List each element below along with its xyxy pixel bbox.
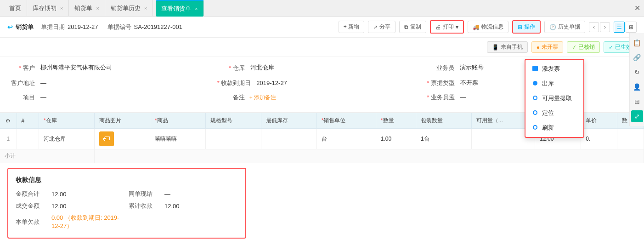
share-icon: ↗ [373,24,378,30]
row-qty: 1.00 [376,129,416,149]
doc-header: ↩ 销货单 单据日期 2019-12-27 单据编号 SA-20191227-0… [0,17,644,38]
tab-view-sales[interactable]: 查看销货单 × [156,0,203,17]
warehouse-field: 仓库 河北仓库 [217,63,427,73]
doc-no-field: 单据编号 SA-20191227-001 [107,23,183,31]
sidebar-link-icon[interactable]: 🔗 [631,51,643,63]
dropdown-item-refresh[interactable]: 刷新 [525,120,583,135]
note-field: 备注 + 添加备注 [217,93,427,102]
th-product-img: 商品图片 [94,113,150,129]
main-content: ↩ 销货单 单据日期 2019-12-27 单据编号 SA-20191227-0… [0,17,644,245]
doc-no-value: SA-20191227-001 [134,23,183,30]
sidebar-notes-icon[interactable]: 📋 [631,37,643,49]
payment-total-row: 金额合计 12.00 [16,190,125,198]
customer-field: 客户 柳州粤港平安气体有限公司 [7,63,217,73]
not-open-badge[interactable]: ● 未开票 [531,41,563,53]
tab-view-sales-close[interactable]: × [195,6,198,11]
payment-date-label: 收款到期日 [217,79,251,87]
tab-inventory-init[interactable]: 库存期初 × [27,0,69,17]
th-qty: *数量 [376,113,416,129]
nav-next[interactable]: › [600,22,610,32]
operation-button[interactable]: ⊞ 操作 [512,20,541,34]
sidebar-user-icon[interactable]: 👤 [631,81,643,93]
tab-sales-order[interactable]: 销货单 × [69,0,105,17]
project-label: 项目 [7,93,35,102]
th-gear[interactable]: ⚙ [0,113,17,129]
from-phone-badge[interactable]: 📱 来自手机 [487,41,528,53]
invoice-dot: ● [537,44,540,51]
warehouse-label: 仓库 [217,64,245,72]
subtotal-label: 小计 [0,149,94,163]
payment-total-value: 12.00 [51,191,67,198]
copy-button[interactable]: ⧉ 复制 [399,21,426,33]
th-num: # [17,113,39,129]
sidebar-refresh-icon[interactable]: ↻ [631,66,643,78]
project-field: 项目 — [7,93,217,102]
tab-sales-order-close[interactable]: × [96,6,99,11]
share-button[interactable]: ↗ 分享 [368,21,395,33]
project-value: — [39,93,48,102]
row-seq [17,129,39,149]
payment-due-label: 本单欠款 [16,218,48,226]
th-min-stock: 最低库存 [261,113,316,129]
payment-due-row: 本单欠款 0.00 （收款到期日: 2019-12-27） [16,214,125,230]
row-warehouse: 河北仓库 [39,129,95,149]
address-field: 客户地址 — [7,79,217,88]
invoice-label: 票据类型 [427,79,455,87]
confirmed-badge[interactable]: ✓ 已核销 [567,41,600,53]
address-label: 客户地址 [7,79,35,87]
th-spec: 规格型号 [205,113,261,129]
new-button[interactable]: + 新增 [339,21,364,33]
tab-sales-history[interactable]: 销货单历史 × [105,0,153,17]
dropdown-item-out-stock[interactable]: 出库 [525,76,583,91]
right-sidebar: 📋 🔗 ↻ 👤 ⊞ ⤢ [629,33,644,126]
add-note-button[interactable]: + 添加备注 [249,94,276,102]
logistics-button[interactable]: 🚚 物流信息 [468,21,508,33]
window-close-button[interactable]: ✕ [634,4,640,12]
dropdown-item-available-qty[interactable]: 可用量提取 [525,91,583,106]
status-row: 📱 来自手机 ● 未开票 ✓ 已核销 ✓ 已生效 [0,38,644,57]
row-pkg-qty: 1台 [416,129,471,149]
dropdown-item-position[interactable]: 定位 [525,106,583,120]
refresh-dropdown-icon [532,125,538,131]
view-list[interactable]: ☰ [614,22,625,33]
sidebar-expand-icon[interactable]: ⤢ [631,110,643,122]
nav-prev[interactable]: ‹ [589,22,599,32]
operation-icon: ⊞ [518,24,522,30]
add-invoice-icon [532,66,538,73]
doc-meta: 单据日期 2019-12-27 单据编号 SA-20191227-001 [41,23,182,31]
sidebar-table-icon[interactable]: ⊞ [631,96,643,108]
product-image: 🏷 [99,131,114,146]
doc-type-label: 销货单 [16,23,34,31]
th-unit-price: 单价 [581,113,617,129]
position-icon [532,110,538,116]
note-label: 备注 [217,93,245,102]
tab-sales-history-close[interactable]: × [144,6,147,11]
row-product-img: 🏷 [94,129,150,149]
payment-date-field: 收款到期日 2019-12-27 [217,79,427,88]
dropdown-item-add-invoice[interactable]: 添发票 [525,62,583,76]
subtotal-values [94,149,644,163]
out-stock-icon [532,80,538,87]
check-icon: ✓ [572,44,576,51]
payment-section: 收款信息 金额合计 12.00 同单现结 — 成交金额 12.00 累计收款 1… [7,168,246,239]
th-product: *商品 [150,113,205,129]
customer-label: 客户 [7,64,35,72]
doc-no-label: 单据编号 [107,23,131,31]
tab-home[interactable]: 首页 [4,0,27,17]
view-grid[interactable]: ⊞ [626,22,637,33]
payment-due-value: 0.00 （收款到期日: 2019-12-27） [51,214,125,230]
staff-label: 业务员 [427,64,454,72]
payment-title: 收款信息 [16,176,238,184]
tab-inventory-init-close[interactable]: × [60,6,63,11]
customer-value: 柳州粤港平安气体有限公司 [39,63,114,73]
payment-deal-value: 12.00 [51,203,67,210]
row-spec [205,129,261,149]
doc-title: ↩ 销货单 [7,23,34,31]
operation-dropdown: 添发票 出库 可用量提取 定位 刷新 [525,59,584,138]
history-button[interactable]: 🕐 历史单据 [544,21,585,33]
row-min-stock [261,129,316,149]
print-button[interactable]: 🖨 打印 ▾ [430,20,464,34]
print-icon: 🖨 [435,24,441,30]
subtotal-row: 小计 [0,149,644,163]
payment-cumulative-row: 累计收款 12.00 [129,202,238,210]
